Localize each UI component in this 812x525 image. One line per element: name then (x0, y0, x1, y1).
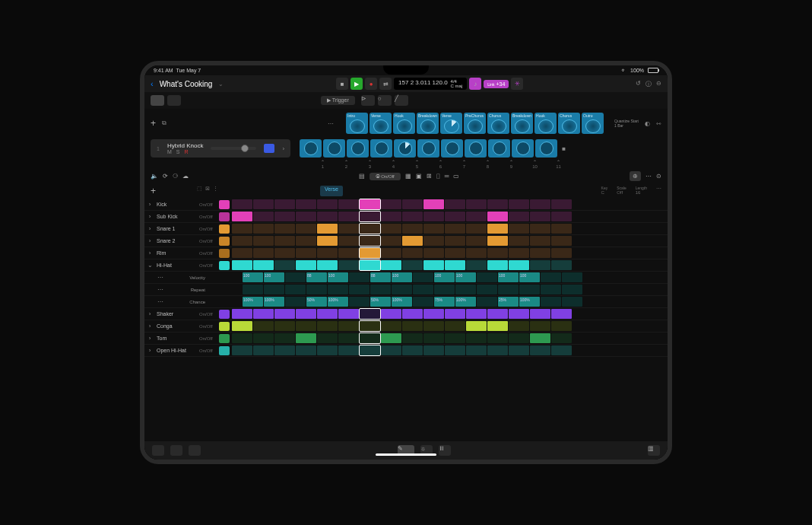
step-cell[interactable]: 50% (306, 297, 327, 307)
step-cell[interactable] (413, 297, 433, 307)
home-indicator[interactable] (376, 453, 436, 456)
step-cell[interactable]: 100% (243, 297, 263, 307)
expand-button[interactable]: › (144, 347, 155, 354)
view-e-button[interactable]: ═ (445, 173, 449, 180)
step-cell[interactable] (253, 309, 274, 319)
step-cell[interactable] (328, 285, 348, 294)
step-cell[interactable] (381, 212, 401, 221)
cycle-button[interactable]: ⇄ (379, 78, 392, 90)
expand-button[interactable]: › (144, 225, 155, 232)
step-cell[interactable] (530, 345, 550, 355)
section-cell[interactable] (512, 139, 534, 158)
step-cell[interactable] (253, 236, 274, 246)
undo-button[interactable]: ↺ (636, 80, 641, 88)
step-cell[interactable] (306, 285, 327, 294)
step-cell[interactable] (317, 248, 338, 258)
step-cell[interactable] (402, 224, 423, 234)
step-cell[interactable] (274, 260, 295, 270)
expand-button[interactable]: › (144, 201, 155, 208)
view-b-button[interactable]: ▣ (416, 173, 422, 180)
step-cell[interactable] (530, 199, 550, 209)
step-cell[interactable] (285, 285, 306, 294)
stop-button[interactable]: ■ (336, 78, 348, 90)
step-cell[interactable] (509, 199, 529, 209)
row-name[interactable]: Hi-Hat (155, 262, 199, 268)
edit-button[interactable]: ╱ (395, 95, 408, 106)
step-cell[interactable] (232, 309, 252, 319)
step-cell[interactable] (296, 260, 316, 270)
step-cell[interactable] (317, 260, 338, 270)
step-cell[interactable] (530, 309, 550, 319)
step-cell[interactable] (381, 248, 401, 258)
step-cell[interactable] (360, 212, 380, 221)
step-cell[interactable] (232, 345, 252, 355)
step-cell[interactable] (232, 236, 252, 246)
row-onoff[interactable]: On/Off (199, 202, 219, 207)
sub-more[interactable]: ⋯ (155, 274, 166, 281)
step-cell[interactable] (232, 333, 252, 343)
step-cell[interactable] (274, 199, 295, 209)
row-onoff[interactable]: On/Off (199, 324, 219, 329)
step-cell[interactable] (509, 260, 529, 270)
row-name[interactable]: Rim (155, 250, 199, 256)
step-cell[interactable] (466, 309, 487, 319)
step-cell[interactable] (530, 224, 550, 234)
instrument-icon[interactable] (219, 310, 230, 319)
step-cell[interactable] (338, 333, 359, 343)
track-channel-strip[interactable]: 1 Hybrid Knock M S R › (151, 139, 290, 158)
tuning-button[interactable]: ⚹ (511, 78, 523, 90)
step-cell[interactable] (413, 285, 433, 294)
piano-button[interactable]: ▥ (648, 445, 660, 456)
step-cell[interactable] (551, 199, 572, 209)
step-cell[interactable] (370, 285, 391, 294)
section-hook[interactable]: Hook (534, 113, 557, 134)
step-cell[interactable] (445, 236, 465, 246)
step-cell[interactable] (477, 297, 497, 307)
step-cell[interactable] (551, 345, 572, 355)
step-cell[interactable] (551, 333, 572, 343)
step-cell[interactable] (466, 236, 487, 246)
step-cell[interactable] (413, 272, 433, 282)
step-cell[interactable] (402, 212, 423, 221)
section-chorus[interactable]: Chorus (558, 113, 580, 134)
step-cell[interactable] (317, 199, 338, 209)
step-cell[interactable] (381, 309, 401, 319)
step-cell[interactable] (551, 236, 572, 246)
step-cell[interactable] (253, 260, 274, 270)
section-verse[interactable]: Verse (370, 113, 392, 134)
motion-icon[interactable]: ⟳ (163, 173, 168, 180)
step-cell[interactable] (551, 248, 572, 258)
row-onoff[interactable]: On/Off (199, 227, 219, 231)
step-cell[interactable] (338, 345, 359, 355)
step-cell[interactable] (519, 285, 540, 294)
randomize-icon[interactable]: ⚆ (173, 173, 178, 180)
step-cell[interactable] (551, 309, 572, 319)
ai-icon[interactable]: ☁ (182, 173, 189, 180)
view-d-button[interactable]: ⌷ (436, 173, 440, 180)
focus-button[interactable]: ⊕ (630, 171, 641, 181)
trigger-button[interactable]: ▶ Trigger (321, 96, 355, 105)
step-cell[interactable] (466, 248, 487, 258)
step-cell[interactable] (338, 236, 359, 246)
step-cell[interactable]: 75% (434, 297, 455, 307)
view-a-button[interactable]: ▦ (405, 173, 411, 180)
step-cell[interactable] (338, 321, 359, 331)
step-cell[interactable] (423, 224, 444, 234)
step-cell[interactable] (445, 260, 465, 270)
step-cell[interactable] (445, 321, 465, 331)
step-cell[interactable] (466, 224, 487, 234)
delete-tool-button[interactable]: ⊠ (205, 186, 210, 196)
step-cell[interactable] (349, 285, 370, 294)
instrument-icon[interactable] (219, 237, 230, 246)
step-cell[interactable] (562, 297, 582, 307)
step-cell[interactable] (381, 321, 401, 331)
library-button[interactable] (170, 445, 182, 456)
step-cell[interactable] (381, 345, 401, 355)
step-cell[interactable] (423, 260, 444, 270)
instrument-icon[interactable] (219, 261, 230, 270)
instrument-icon[interactable] (219, 322, 230, 331)
step-cell[interactable] (253, 333, 274, 343)
step-cell[interactable] (360, 236, 380, 246)
step-cell[interactable]: 100 (328, 272, 348, 282)
step-cell[interactable]: 100% (328, 297, 348, 307)
